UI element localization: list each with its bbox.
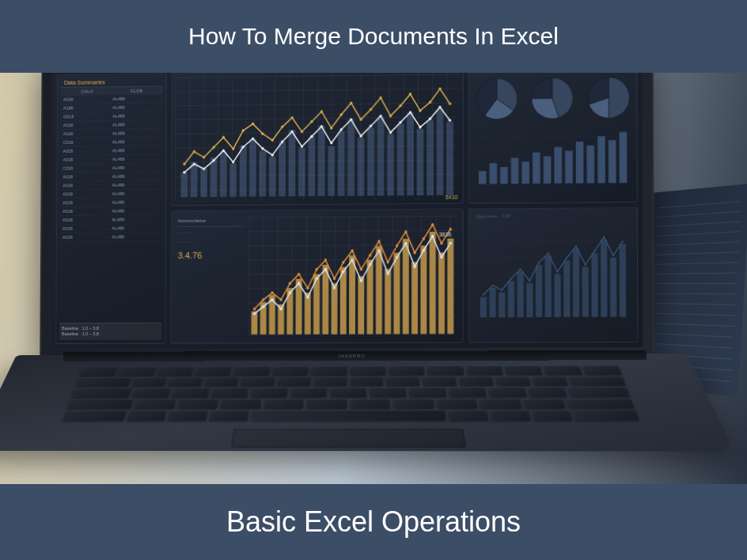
svg-point-201	[566, 257, 567, 259]
svg-rect-182	[536, 265, 542, 317]
right-panel-top	[468, 73, 638, 204]
svg-rect-167	[586, 146, 594, 184]
svg-rect-189	[601, 240, 608, 317]
svg-point-197	[529, 280, 530, 282]
footer-title: Basic Excel Operations	[226, 505, 521, 539]
svg-line-153	[477, 136, 628, 138]
table-row: A018AL489	[60, 224, 162, 233]
svg-point-200	[556, 271, 558, 272]
svg-rect-161	[521, 161, 529, 184]
svg-rect-183	[545, 255, 552, 317]
svg-rect-191	[620, 244, 627, 316]
svg-rect-158	[490, 163, 498, 184]
laptop-screen: Data Summaries CALA CLDB A018AL489A188AL…	[40, 73, 654, 358]
svg-point-204	[593, 250, 595, 252]
svg-rect-169	[609, 140, 616, 183]
svg-rect-187	[582, 267, 589, 316]
laptop-hinge: INAXPRO	[63, 350, 647, 361]
col-header: CLDB	[112, 89, 161, 94]
svg-rect-163	[544, 156, 552, 184]
svg-point-205	[603, 236, 605, 238]
table-row: A018AL489	[60, 215, 162, 225]
svg-rect-160	[511, 157, 519, 184]
svg-point-192	[483, 293, 484, 295]
svg-rect-164	[554, 147, 562, 184]
pie-chart-icon	[472, 73, 634, 121]
header-title: How To Merge Documents In Excel	[188, 23, 559, 50]
sidebar-summary: Baseline 1.0 – 3.8 Baseline 1.0 – 3.8	[59, 322, 161, 340]
svg-point-206	[612, 255, 614, 256]
sidebar-rows: A018AL489A188AL480G018AL489A018AL480A018…	[60, 94, 163, 241]
main-chart-top: 5410	[171, 73, 464, 206]
header-banner: How To Merge Documents In Excel	[0, 0, 747, 73]
svg-rect-184	[554, 274, 560, 317]
svg-rect-186	[573, 248, 579, 316]
laptop-brand: INAXPRO	[339, 354, 366, 358]
svg-point-198	[538, 262, 540, 263]
svg-rect-188	[591, 253, 597, 317]
right-panel-bottom: Quintlines 018	[468, 207, 639, 342]
svg-rect-178	[499, 293, 505, 318]
laptop: Data Summaries CALA CLDB A018AL489A188AL…	[27, 77, 692, 484]
svg-rect-180	[517, 272, 523, 317]
svg-rect-162	[533, 153, 540, 184]
svg-rect-176	[480, 297, 487, 317]
svg-rect-181	[526, 283, 533, 317]
svg-rect-170	[620, 132, 628, 183]
svg-rect-168	[597, 136, 605, 183]
kpi-big-value: 3.4.76	[178, 248, 243, 262]
svg-point-196	[519, 269, 521, 271]
laptop-deck	[0, 354, 735, 452]
svg-line-154	[477, 148, 628, 149]
kpi-panel: Accumulative · · · · · · · · · · · · 3.4…	[174, 214, 245, 340]
svg-rect-157	[479, 171, 487, 184]
svg-rect-179	[508, 281, 514, 317]
scene: Data Summaries CALA CLDB A018AL489A188AL…	[0, 73, 747, 484]
value-annotation: 5410	[446, 195, 458, 200]
data-sidebar: Data Summaries CALA CLDB A018AL489A188AL…	[55, 74, 167, 344]
svg-point-207	[621, 240, 623, 242]
svg-rect-185	[563, 260, 570, 317]
main-chart-bottom: Accumulative · · · · · · · · · · · · 3.4…	[170, 209, 463, 344]
col-header: CALA	[63, 89, 112, 94]
laptop-trackpad	[230, 429, 466, 448]
table-row: A018AL489	[60, 206, 162, 216]
svg-point-195	[510, 278, 512, 279]
table-row: A018AL489	[60, 233, 162, 242]
svg-rect-177	[489, 288, 495, 317]
svg-point-203	[584, 263, 586, 265]
svg-rect-159	[500, 167, 508, 184]
svg-point-202	[575, 245, 577, 247]
svg-point-199	[547, 252, 548, 254]
svg-line-155	[477, 160, 629, 161]
svg-rect-190	[610, 258, 616, 317]
svg-rect-166	[576, 142, 584, 184]
svg-line-156	[477, 171, 629, 172]
svg-point-194	[501, 289, 502, 290]
svg-rect-165	[565, 151, 573, 184]
footer-banner: Basic Excel Operations	[0, 484, 747, 560]
svg-point-193	[491, 285, 493, 286]
value-annotation: 3816	[439, 232, 452, 237]
laptop-keyboard	[62, 365, 639, 421]
